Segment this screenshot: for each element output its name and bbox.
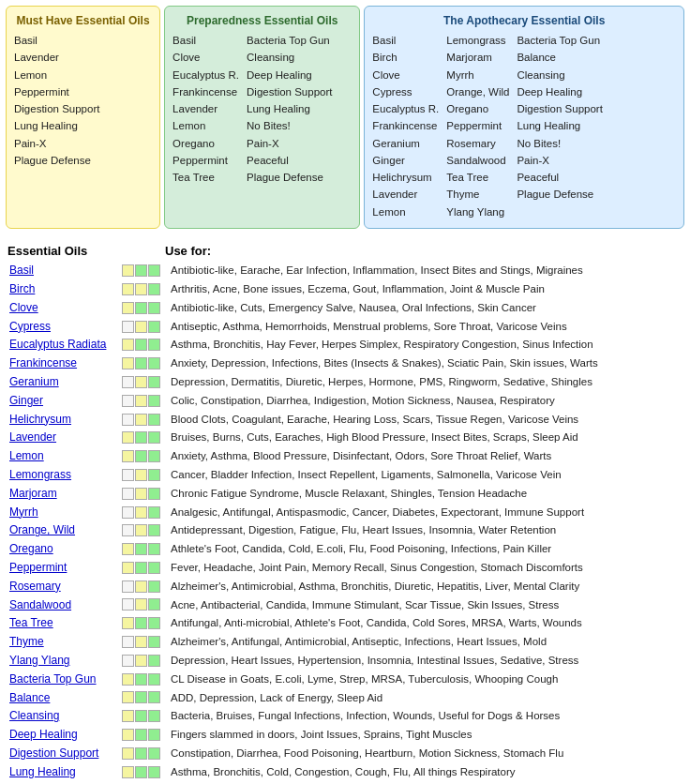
list-item: Rosemary (446, 136, 509, 152)
color-box (148, 766, 160, 778)
oil-link[interactable]: Tea Tree (9, 616, 53, 629)
color-boxes (122, 302, 163, 314)
table-header: Essential Oils Use for: (8, 240, 682, 262)
oil-link[interactable]: Sandalwood (9, 598, 71, 611)
list-item: Peaceful (517, 170, 602, 186)
color-box (122, 488, 134, 500)
oil-link[interactable]: Deep Healing (9, 728, 78, 741)
oil-link[interactable]: Digestion Support (9, 746, 98, 760)
blue-col3: Bacteria Top GunBalanceCleansingDeep Hea… (517, 33, 602, 220)
table-row: RosemaryAlzheimer's, Antimicrobial, Asth… (8, 577, 682, 596)
list-item: Plague Defense (14, 153, 99, 169)
table-row: Eucalyptus RadiataAsthma, Bronchitis, Ha… (8, 336, 682, 354)
oil-link[interactable]: Geranium (9, 375, 59, 388)
use-text: Constipation, Diarrhea, Food Poisoning, … (167, 747, 563, 759)
list-item: Peppermint (172, 153, 239, 169)
table-row: HelichrysumBlood Clots, Coagulant, Earac… (8, 410, 682, 429)
list-item: Balance (517, 50, 602, 66)
oil-link[interactable]: Lavender (9, 430, 56, 444)
oil-link[interactable]: Orange, Wild (9, 523, 75, 536)
color-boxes (122, 710, 163, 722)
color-box (122, 357, 134, 369)
list-item: Pain-X (247, 136, 332, 152)
color-box (148, 321, 160, 333)
use-text: Alzheimer's, Antimicrobial, Asthma, Bron… (167, 580, 579, 592)
use-text: Arthritis, Acne, Bone issues, Eczema, Go… (167, 283, 545, 294)
oil-link[interactable]: Lemon (9, 449, 44, 462)
oil-link[interactable]: Balance (9, 691, 50, 704)
table-row: Lung HealingAsthma, Bronchitis, Cold, Co… (8, 762, 682, 781)
color-boxes (122, 673, 163, 686)
list-item: Plague Defense (517, 187, 602, 203)
oil-link[interactable]: Marjoram (9, 487, 57, 500)
color-box (148, 580, 160, 593)
main-section: Essential Oils Use for: BasilAntibiotic-… (0, 234, 690, 784)
color-box (135, 766, 147, 778)
list-item: Deep Healing (517, 84, 602, 100)
list-item: Oregano (446, 101, 509, 117)
oil-link[interactable]: Peppermint (9, 561, 67, 574)
use-text: Antibiotic-like, Earache, Ear Infection,… (167, 264, 583, 276)
color-boxes (122, 469, 163, 481)
color-box (135, 729, 147, 741)
oil-link[interactable]: Thyme (9, 635, 44, 648)
oil-link[interactable]: Rosemary (9, 580, 61, 593)
table-row: Tea TreeAntifungal, Anti-microbial, Athl… (8, 614, 682, 633)
use-text: Analgesic, Antifungal, Antispasmodic, Ca… (167, 506, 584, 518)
oil-link[interactable]: Ylang Ylang (9, 654, 70, 667)
color-box (148, 691, 160, 703)
oil-link[interactable]: Helichrysum (9, 413, 71, 426)
use-text: Bruises, Burns, Cuts, Earaches, High Blo… (167, 431, 578, 443)
oil-link[interactable]: Ginger (9, 394, 43, 407)
oil-link[interactable]: Cleansing (9, 709, 59, 722)
card-green: Preparedness Essential Oils BasilCloveEu… (164, 6, 360, 229)
use-text: Cancer, Bladder Infection, Insect Repell… (167, 469, 562, 480)
color-box (122, 747, 134, 760)
color-box (148, 395, 160, 407)
table-row: LavenderBruises, Burns, Cuts, Earaches, … (8, 429, 682, 447)
table-row: CloveAntibiotic-like, Cuts, Emergency Sa… (8, 298, 682, 317)
list-item: Basil (14, 33, 99, 49)
use-text: Depression, Dermatitis, Diuretic, Herpes… (167, 376, 592, 387)
list-item: Cleansing (517, 68, 602, 83)
use-text: Asthma, Bronchitis, Hay Fever, Herpes Si… (167, 339, 593, 350)
oil-link[interactable]: Oregano (9, 542, 53, 555)
oil-link[interactable]: Lung Healing (9, 765, 76, 778)
list-item: Eucalyptus R. (372, 101, 439, 117)
list-item: Orange, Wild (446, 84, 509, 100)
color-box (135, 580, 147, 593)
color-box (148, 747, 160, 760)
card-green-title: Preparedness Essential Oils (172, 14, 352, 27)
oil-link[interactable]: Birch (9, 282, 35, 295)
list-item: No Bites! (247, 118, 332, 134)
use-text: ADD, Depression, Lack of Energy, Sleep A… (167, 692, 382, 703)
list-item: Helichrysum (372, 170, 439, 186)
oil-link[interactable]: Eucalyptus Radiata (9, 338, 106, 351)
table-row: LemongrassCancer, Bladder Infection, Ins… (8, 466, 682, 485)
list-item: Lemon (14, 68, 99, 83)
color-boxes (122, 376, 163, 388)
oil-link[interactable]: Myrrh (9, 505, 38, 519)
color-box (122, 543, 134, 555)
color-box (122, 414, 134, 426)
oil-link[interactable]: Bacteria Top Gun (9, 672, 97, 686)
color-boxes (122, 395, 163, 407)
list-item: Peaceful (247, 153, 332, 169)
color-box (135, 506, 147, 519)
list-item: Birch (372, 50, 439, 66)
list-item: Lemon (372, 204, 439, 220)
list-item: Basil (172, 33, 239, 49)
oil-link[interactable]: Cypress (9, 320, 51, 333)
list-item: Peppermint (14, 84, 99, 100)
color-boxes (122, 655, 163, 667)
color-box (122, 598, 134, 611)
oil-link[interactable]: Clove (9, 301, 38, 314)
oil-link[interactable]: Lemongrass (9, 468, 71, 481)
oil-link[interactable]: Basil (9, 264, 34, 277)
color-box (135, 469, 147, 481)
list-item: Frankincense (172, 84, 239, 100)
list-item: Lemongrass (446, 33, 509, 49)
color-box (148, 414, 160, 426)
oil-link[interactable]: Frankincense (9, 356, 77, 369)
list-item: Marjoram (446, 50, 509, 66)
